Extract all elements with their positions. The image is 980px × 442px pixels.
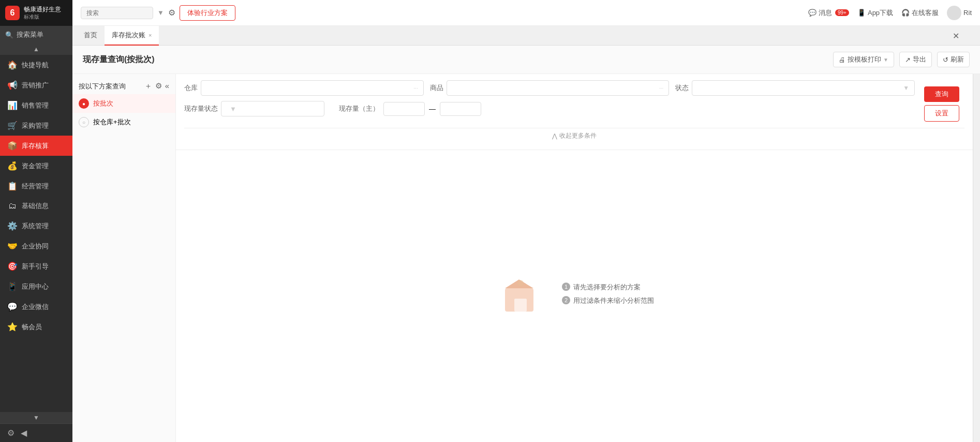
system-icon: ⚙️ <box>7 221 18 231</box>
sidebar-item-newuser[interactable]: 🎯 新手引导 <box>0 256 72 276</box>
tab-close-btn[interactable]: × <box>149 32 152 38</box>
warehouse-label: 仓库 <box>184 83 198 93</box>
user-group[interactable]: Rit <box>947 6 972 20</box>
right-scrollbar[interactable] <box>973 74 980 442</box>
online-service-group[interactable]: 🎧 在线客服 <box>901 8 939 18</box>
status-dropdown-icon[interactable]: ▼ <box>903 84 909 92</box>
top-settings-icon[interactable]: ⚙ <box>168 8 175 18</box>
svg-point-3 <box>517 280 524 286</box>
export-btn[interactable]: ↗ 导出 <box>899 52 932 67</box>
settings-btn[interactable]: 设置 <box>924 105 959 122</box>
sidebar-item-sales[interactable]: 📊 销售管理 <box>0 95 72 115</box>
inventory-status-label: 现存量状态 <box>184 104 218 113</box>
sidebar-item-enterprise[interactable]: 🤝 企业协同 <box>0 236 72 256</box>
filter-content-row: 按以下方案查询 ＋ ⚙ « ● 按批次 ○ 按仓库+批次 <box>72 74 980 442</box>
sidebar-item-member[interactable]: ⭐ 畅会员 <box>0 317 72 337</box>
query-btn[interactable]: 查询 <box>924 86 959 102</box>
page-header: 现存量查询(按批次) 🖨 按模板打印 ▼ ↗ 导出 ↺ 刷新 <box>72 46 980 74</box>
action-buttons: 查询 设置 <box>919 80 964 128</box>
inventory-icon: 📦 <box>7 141 18 151</box>
sidebar-item-quick-nav[interactable]: 🏠 快捷导航 <box>0 55 72 75</box>
sidebar-item-marketing[interactable]: 📢 营销推广 <box>0 75 72 95</box>
add-scheme-icon[interactable]: ＋ <box>144 81 152 91</box>
sidebar-item-operations[interactable]: 📋 经营管理 <box>0 176 72 196</box>
scheme-warehouse-batch[interactable]: ○ 按仓库+批次 <box>72 113 175 131</box>
sidebar-item-purchase[interactable]: 🛒 采购管理 <box>0 115 72 136</box>
filter-row-2: 现存量状态 ▼ 现存量（主） <box>184 101 915 116</box>
sidebar-item-basic[interactable]: 🗂 基础信息 <box>0 196 72 216</box>
marketing-icon: 📢 <box>7 80 18 90</box>
print-dropdown-icon[interactable]: ▼ <box>883 57 888 63</box>
top-search-input[interactable] <box>81 7 153 19</box>
empty-tip-1: 1 请先选择要分析的方案 <box>562 283 654 292</box>
manage-scheme-icon[interactable]: ⚙ <box>155 81 162 91</box>
refresh-btn[interactable]: ↺ 刷新 <box>937 52 970 67</box>
messages-group[interactable]: 💬 消息 99+ <box>808 8 849 18</box>
inventory-qty-range: — <box>383 102 481 116</box>
tab-home[interactable]: 首页 <box>77 26 105 46</box>
scheme-batch[interactable]: ● 按批次 <box>72 94 175 113</box>
wechat-icon: 💬 <box>7 302 18 312</box>
sidebar-item-system[interactable]: ⚙️ 系统管理 <box>0 216 72 236</box>
content-area: 现存量查询(按批次) 🖨 按模板打印 ▼ ↗ 导出 ↺ 刷新 <box>72 46 980 442</box>
svg-rect-2 <box>514 299 527 312</box>
print-btn[interactable]: 🖨 按模板打印 ▼ <box>833 52 894 67</box>
avatar <box>947 6 961 20</box>
page-header-actions: 🖨 按模板打印 ▼ ↗ 导出 ↺ 刷新 <box>833 52 970 67</box>
top-dropdown-icon[interactable]: ▼ <box>157 9 164 17</box>
app-download-group[interactable]: 📱 App下载 <box>857 8 893 18</box>
scheme-batch-icon: ● <box>79 98 89 109</box>
newuser-icon: 🎯 <box>7 261 18 271</box>
main-area: ▼ ⚙ 体验行业方案 💬 消息 99+ 📱 App下载 🎧 在线客服 Rit <box>72 0 980 442</box>
sidebar-scroll-down[interactable]: ▼ <box>0 412 72 423</box>
quick-nav-icon: 🏠 <box>7 60 18 70</box>
sidebar: 6 畅康通好生意 标准版 🔍 搜索菜单 ▲ 🏠 快捷导航 📢 营销推广 📊 销售… <box>0 0 72 442</box>
tab-inventory-batch[interactable]: 库存批次账 × <box>105 26 159 46</box>
inventory-status-field[interactable]: ▼ <box>221 101 324 116</box>
sidebar-nav: 🏠 快捷导航 📢 营销推广 📊 销售管理 🛒 采购管理 📦 库存核算 💰 资金管… <box>0 55 72 412</box>
close-tab-area-btn[interactable]: ✕ <box>953 31 959 40</box>
sidebar-footer: ⚙ ◀ <box>0 423 72 442</box>
inventory-status-arrow: ▼ <box>230 105 236 113</box>
filter-panel-icons: ＋ ⚙ « <box>144 81 169 91</box>
status-field[interactable]: ▼ <box>692 80 915 96</box>
sidebar-item-finance[interactable]: 💰 资金管理 <box>0 156 72 176</box>
empty-state: 1 请先选择要分析的方案 2 用过滤条件来缩小分析范围 <box>176 150 973 442</box>
page-title: 现存量查询(按批次) <box>83 54 155 65</box>
printer-icon: 🖨 <box>839 56 845 64</box>
refresh-icon: ↺ <box>943 56 948 64</box>
status-label: 状态 <box>675 83 689 93</box>
warehouse-dots[interactable]: ··· <box>413 85 418 91</box>
empty-tip-2: 2 用过滤条件来缩小分析范围 <box>562 296 654 305</box>
collapse-panel-icon[interactable]: « <box>165 81 169 91</box>
empty-tips: 1 请先选择要分析的方案 2 用过滤条件来缩小分析范围 <box>562 283 654 310</box>
sidebar-item-wechat[interactable]: 💬 企业微信 <box>0 297 72 317</box>
member-icon: ⭐ <box>7 322 18 332</box>
product-field[interactable]: ··· <box>447 80 670 96</box>
apps-icon: 📱 <box>7 282 18 291</box>
settings-footer-icon[interactable]: ⚙ <box>7 428 14 438</box>
inventory-qty-label: 现存量（主） <box>339 104 379 113</box>
search-icon: 🔍 <box>5 31 13 39</box>
inventory-qty-max[interactable] <box>440 102 481 116</box>
operations-icon: 📋 <box>7 181 18 191</box>
sidebar-item-apps[interactable]: 📱 应用中心 <box>0 276 72 297</box>
warehouse-field[interactable]: ··· <box>201 80 424 96</box>
collapse-sidebar-icon[interactable]: ◀ <box>21 428 27 438</box>
headset-icon: 🎧 <box>901 9 910 17</box>
sidebar-item-inventory[interactable]: 📦 库存核算 <box>0 136 72 156</box>
tab-bar: 首页 库存批次账 × ✕ <box>72 26 980 46</box>
purchase-icon: 🛒 <box>7 121 18 130</box>
sidebar-scroll-up[interactable]: ▲ <box>0 43 72 55</box>
experience-btn[interactable]: 体验行业方案 <box>180 5 235 21</box>
product-label: 商品 <box>430 83 443 93</box>
filter-row-1: 仓库 ··· 商品 <box>184 80 915 96</box>
inventory-qty-min[interactable] <box>383 102 425 116</box>
top-header-left: ▼ ⚙ 体验行业方案 <box>81 5 802 21</box>
product-dots[interactable]: ··· <box>659 85 663 91</box>
basic-icon: 🗂 <box>7 201 18 211</box>
export-icon: ↗ <box>905 56 911 64</box>
top-header: ▼ ⚙ 体验行业方案 💬 消息 99+ 📱 App下载 🎧 在线客服 Rit <box>72 0 980 26</box>
sidebar-search[interactable]: 🔍 搜索菜单 <box>0 26 72 43</box>
collapse-filter-btn[interactable]: ⋀ 收起更多条件 <box>184 128 964 143</box>
